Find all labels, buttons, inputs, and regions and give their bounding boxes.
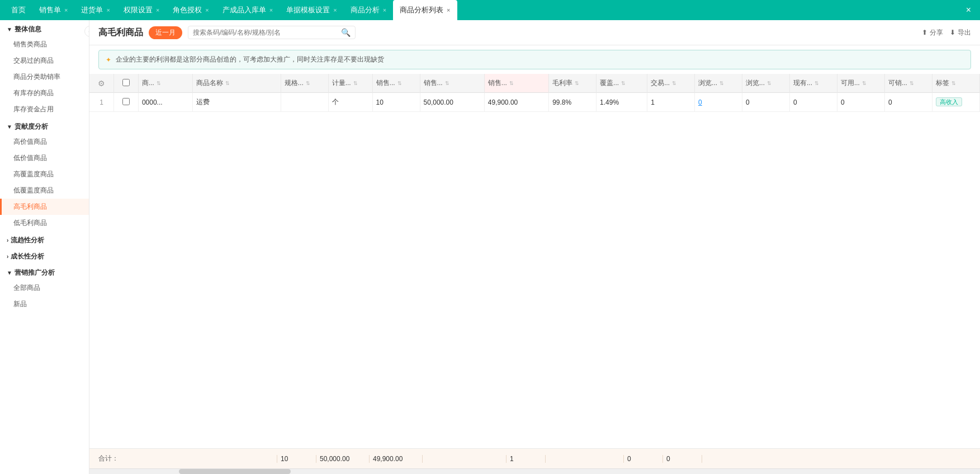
sidebar-item-stock-goods[interactable]: 有库存的商品	[0, 85, 89, 101]
sidebar-group-contribution[interactable]: ▼ 贡献度分析	[0, 118, 89, 134]
cell-sales-profit: 49,900.00	[484, 93, 548, 112]
cell-tag: 高收入	[932, 93, 979, 112]
sort-trade-icon[interactable]: ⇅	[672, 81, 676, 86]
nav-product-analysis-list[interactable]: 商品分析列表 ×	[393, 0, 457, 20]
nav-product-analysis-close[interactable]: ×	[383, 7, 386, 13]
tag-badge: 高收入	[936, 97, 962, 106]
sort-unit-icon[interactable]: ⇅	[353, 81, 358, 86]
col-settings[interactable]: ⚙	[89, 74, 114, 93]
header-actions: ⬆ 分享 ⬇ 导出	[922, 28, 971, 37]
col-checkbox[interactable]	[114, 74, 139, 93]
nav-product-inbound[interactable]: 产成品入库单 ×	[216, 0, 280, 20]
sort-spec-icon[interactable]: ⇅	[306, 81, 310, 86]
col-sales-profit[interactable]: 销售...⇅	[484, 74, 548, 93]
col-code[interactable]: 商...⇅	[138, 74, 192, 93]
sidebar-item-traded-goods[interactable]: 交易过的商品	[0, 53, 89, 69]
sidebar-item-all-goods[interactable]: 全部商品	[0, 280, 89, 296]
cell-browse1[interactable]: 0	[695, 93, 742, 112]
col-browse1[interactable]: 浏览...⇅	[695, 74, 742, 93]
col-sales-qty[interactable]: 销售...⇅	[372, 74, 420, 93]
footer-sales-qty: 10	[277, 455, 316, 463]
sidebar-group-marketing[interactable]: ▼ 营销推广分析	[0, 264, 89, 280]
select-all-checkbox[interactable]	[122, 79, 130, 86]
nav-role-close[interactable]: ×	[205, 7, 209, 13]
sort-sellable-icon[interactable]: ⇅	[910, 81, 914, 86]
footer-total: 合计： 10 50,000.00 49,900.00 1 0 0	[89, 448, 980, 468]
search-input[interactable]	[193, 29, 341, 36]
content-header: 高毛利商品 近一月 🔍 ⬆ 分享 ⬇ 导出	[89, 20, 980, 45]
nav-role[interactable]: 角色授权 ×	[166, 0, 215, 20]
sidebar-item-new-goods[interactable]: 新品	[0, 296, 89, 312]
nav-product-analysis[interactable]: 商品分析 ×	[344, 0, 393, 20]
nav-permission[interactable]: 权限设置 ×	[117, 0, 166, 20]
sort-gross-rate-icon[interactable]: ⇅	[575, 81, 579, 86]
export-button[interactable]: ⬇ 导出	[950, 28, 971, 37]
nav-sales[interactable]: 销售单 ×	[32, 0, 74, 20]
cell-checkbox[interactable]	[114, 93, 139, 112]
col-available[interactable]: 可用...⇅	[837, 74, 884, 93]
sort-tag-icon[interactable]: ⇅	[951, 81, 956, 86]
col-coverage[interactable]: 覆盖...⇅	[596, 74, 647, 93]
share-button[interactable]: ⬆ 分享	[922, 28, 943, 37]
sort-sales-profit-icon[interactable]: ⇅	[509, 81, 514, 86]
sidebar-item-low-coverage[interactable]: 低覆盖度商品	[0, 182, 89, 199]
sidebar-group-growth-arrow: ›	[7, 254, 8, 260]
sidebar-group-overall[interactable]: ▼ 整体信息	[0, 20, 89, 36]
table-row: 1 0000... 运费 个 10 50,000.00 49,900.00 99…	[89, 93, 980, 112]
sidebar-item-stock-capital[interactable]: 库存资金占用	[0, 101, 89, 118]
nav-purchase-close[interactable]: ×	[106, 7, 110, 13]
info-banner: ✦ 企业的主要的利润都是这部分商品创造的，可考虑加大推广，同时关注库存是不要出现…	[98, 50, 971, 69]
browse1-link[interactable]: 0	[698, 98, 702, 106]
sidebar-group-flow[interactable]: › 流趋性分析	[0, 231, 89, 247]
filter-recent-month-button[interactable]: 近一月	[149, 26, 182, 39]
sort-coverage-icon[interactable]: ⇅	[621, 81, 626, 86]
col-browse2[interactable]: 浏览...⇅	[742, 74, 790, 93]
nav-purchase[interactable]: 进货单 ×	[74, 0, 116, 20]
col-sellable[interactable]: 可销...⇅	[884, 74, 932, 93]
nav-product-analysis-list-close[interactable]: ×	[447, 7, 450, 13]
col-trade[interactable]: 交易...⇅	[647, 74, 695, 93]
sort-sales-amount-icon[interactable]: ⇅	[445, 81, 449, 86]
search-icon[interactable]: 🔍	[341, 28, 351, 37]
col-sales-amount[interactable]: 销售...⇅	[420, 74, 484, 93]
nav-home[interactable]: 首页	[4, 0, 32, 20]
sidebar-item-high-value[interactable]: 高价值商品	[0, 134, 89, 150]
cell-sellable: 0	[884, 93, 932, 112]
nav-close-all[interactable]: ×	[962, 5, 976, 15]
sidebar-item-low-margin[interactable]: 低毛利商品	[0, 215, 89, 231]
nav-template[interactable]: 单据模板设置 ×	[280, 0, 343, 20]
nav-permission-close[interactable]: ×	[156, 7, 159, 13]
col-tag[interactable]: 标签⇅	[932, 74, 979, 93]
sort-current-icon[interactable]: ⇅	[815, 81, 819, 86]
footer-spacer2	[423, 455, 506, 463]
cell-current: 0	[789, 93, 837, 112]
col-name[interactable]: 商品名称⇅	[192, 74, 281, 93]
sidebar-item-high-margin[interactable]: 高毛利商品	[0, 199, 89, 215]
bottom-scrollbar[interactable]	[89, 468, 980, 474]
col-gross-rate[interactable]: 毛利率⇅	[549, 74, 596, 93]
nav-product-inbound-close[interactable]: ×	[269, 7, 273, 13]
sidebar-item-low-value[interactable]: 低价值商品	[0, 150, 89, 166]
footer-available: 0	[663, 455, 702, 463]
col-current[interactable]: 现有...⇅	[789, 74, 837, 93]
sort-sales-qty-icon[interactable]: ⇅	[397, 81, 402, 86]
col-unit[interactable]: 计量...⇅	[328, 74, 372, 93]
sort-name-icon[interactable]: ⇅	[225, 81, 230, 86]
row-checkbox[interactable]	[122, 98, 130, 105]
sort-browse2-icon[interactable]: ⇅	[767, 81, 771, 86]
settings-icon[interactable]: ⚙	[98, 79, 105, 88]
nav-template-close[interactable]: ×	[333, 7, 337, 13]
col-spec[interactable]: 规格...⇅	[281, 74, 328, 93]
sidebar-item-high-coverage[interactable]: 高覆盖度商品	[0, 166, 89, 182]
sidebar-item-sales-goods[interactable]: 销售类商品	[0, 36, 89, 53]
sidebar-group-flow-arrow: ›	[7, 237, 8, 243]
sort-available-icon[interactable]: ⇅	[862, 81, 867, 86]
sidebar-item-category-rate[interactable]: 商品分类助销率	[0, 69, 89, 85]
sort-code-icon[interactable]: ⇅	[157, 81, 161, 86]
scrollbar-thumb[interactable]	[179, 469, 291, 474]
sort-browse1-icon[interactable]: ⇅	[719, 81, 724, 86]
footer-sales-amount: 50,000.00	[316, 455, 370, 463]
sidebar: « ▼ 整体信息 销售类商品 交易过的商品 商品分类助销率 有库存的商品 库存资…	[0, 20, 89, 474]
nav-sales-close[interactable]: ×	[64, 7, 68, 13]
sidebar-group-growth[interactable]: › 成长性分析	[0, 247, 89, 264]
